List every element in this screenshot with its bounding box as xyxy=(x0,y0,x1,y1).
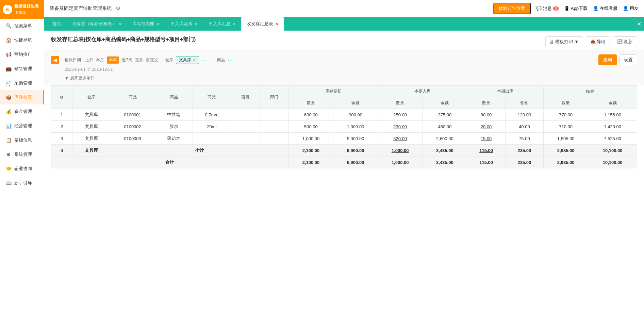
warehouse-tag-close[interactable]: ✕ xyxy=(193,57,196,62)
sidebar-item-label: 搜索菜单 xyxy=(14,23,32,29)
sidebar-item-label: 企业协同 xyxy=(14,166,32,172)
tab-inventory-dist[interactable]: 现存量（库存分布表） ✕ xyxy=(67,17,127,31)
total-out-amount: 235.00 xyxy=(505,156,543,168)
sidebar-item-search[interactable]: 🔍 搜索菜单 xyxy=(0,19,44,33)
cell-out-qty[interactable]: 20.00 xyxy=(467,121,505,133)
th-balance-amount: 金额 xyxy=(588,97,637,109)
cell-out-amount: 40.00 xyxy=(505,121,543,133)
logo-text: 畅捷通好生意 标准版 xyxy=(14,3,39,15)
th-balance-qty: 数量 xyxy=(544,97,588,109)
cell-balance-amount: 7,525.00 xyxy=(588,133,637,145)
topbar-right: 体验行业方案 💬 消息 6 📱 App下载 👤 在线客服 👤 用友 xyxy=(493,3,639,14)
tab-recv-summary-close[interactable]: ✕ xyxy=(275,22,278,26)
sidebar-item-system[interactable]: ⚙ 系统管理 xyxy=(0,147,44,162)
sidebar: 6 畅捷通好生意 标准版 🔍 搜索菜单 🏠 快捷导航 📢 营销推广 💼 销售管理… xyxy=(0,0,44,314)
query-actions: 查询 设置 xyxy=(598,54,637,65)
online-service-button[interactable]: 👤 在线客服 xyxy=(593,5,617,12)
subtotal-balance-qty: 2,985.00 xyxy=(544,145,588,156)
total-in-amount: 3,435.00 xyxy=(423,156,467,168)
sidebar-item-label: 经营管理 xyxy=(14,123,32,129)
cell-department xyxy=(260,133,288,145)
sidebar-item-collab[interactable]: 🤝 企业协同 xyxy=(0,162,44,176)
tab-inout-summary-close[interactable]: ✕ xyxy=(233,22,236,26)
subtotal-warehouse: 文具库 xyxy=(72,145,110,156)
cell-out-amount: 120.00 xyxy=(505,109,543,121)
th-product-code: 商品 xyxy=(110,86,155,109)
app-download-button[interactable]: 📱 App下载 xyxy=(564,5,588,12)
cell-warehouse: 文具库 xyxy=(72,109,110,121)
tab-batch-close[interactable]: ✕ xyxy=(156,22,160,26)
cell-product-spec: 20ml xyxy=(193,121,231,133)
total-balance-amount: 10,100.00 xyxy=(588,156,637,168)
subtotal-out-amount: 235.00 xyxy=(505,145,543,156)
cell-out-qty[interactable]: 80.00 xyxy=(467,109,505,121)
sidebar-item-quick-nav[interactable]: 🏠 快捷导航 xyxy=(0,33,44,47)
th-settings[interactable]: ⚙ xyxy=(51,86,72,109)
cell-in-qty[interactable]: 520.00 xyxy=(378,133,423,145)
sidebar-item-basic[interactable]: 📋 基础信息 xyxy=(0,133,44,147)
filter-toggle[interactable]: ◀ xyxy=(51,56,59,64)
close-all-tabs[interactable]: ✕ xyxy=(637,21,641,27)
sidebar-item-operation[interactable]: 📊 经营管理 xyxy=(0,119,44,133)
date-btn-custom[interactable]: 自定义 xyxy=(146,57,158,63)
user-button[interactable]: 👤 用友 xyxy=(623,5,639,12)
warehouse-dots[interactable]: ··· xyxy=(202,57,208,63)
sidebar-item-sales[interactable]: 💼 销售管理 xyxy=(0,62,44,76)
refresh-button[interactable]: 🔄 刷新 xyxy=(613,36,637,47)
settings-button[interactable]: 设置 xyxy=(620,54,637,65)
sidebar-item-marketing[interactable]: 📢 营销推广 xyxy=(0,47,44,62)
date-btn-this-month[interactable]: 本月 xyxy=(96,57,104,63)
cell-warehouse: 文具库 xyxy=(72,133,110,145)
date-btn-this-year[interactable]: 本年 xyxy=(107,56,119,64)
message-button[interactable]: 💬 消息 6 xyxy=(536,5,559,12)
th-out-group: 本期出库 xyxy=(467,86,544,97)
search-icon: 🔍 xyxy=(5,23,12,29)
expand-conditions-btn[interactable]: ▼ 展开更多条件 xyxy=(65,75,637,81)
cell-in-qty[interactable]: 230.00 xyxy=(378,121,423,133)
th-warehouse: 仓库 xyxy=(72,86,110,109)
download-icon: 📱 xyxy=(564,6,569,11)
cell-in-qty[interactable]: 250.00 xyxy=(378,109,423,121)
tab-inout-summary[interactable]: 出入库汇总 ✕ xyxy=(203,17,241,31)
subtotal-in-qty[interactable]: 1,000.00 xyxy=(378,145,423,156)
cell-balance-qty: 710.00 xyxy=(544,121,588,133)
subtotal-opening-qty: 2,100.00 xyxy=(288,145,333,156)
cell-in-amount: 2,600.00 xyxy=(423,133,467,145)
tab-home[interactable]: 首页 xyxy=(47,17,67,31)
topbar-settings-icon[interactable]: ⚙ xyxy=(116,5,120,12)
date-btn-more[interactable]: 更多 xyxy=(135,57,143,63)
tab-recv-summary[interactable]: 收发存汇总表 ✕ xyxy=(241,17,284,31)
inventory-icon: 📦 xyxy=(5,94,12,100)
sidebar-item-finance[interactable]: 💰 资金管理 xyxy=(0,104,44,119)
sidebar-item-purchase[interactable]: 🛒 采购管理 xyxy=(0,76,44,90)
th-product-name: 商品 xyxy=(155,86,193,109)
total-opening-qty: 2,100.00 xyxy=(288,156,333,168)
sidebar-item-label: 库存核算 xyxy=(14,94,32,100)
th-opening-amount: 金额 xyxy=(333,97,378,109)
query-button[interactable]: 查询 xyxy=(598,54,617,65)
trial-button[interactable]: 体验行业方案 xyxy=(493,3,531,14)
subtotal-out-qty[interactable]: 115.00 xyxy=(467,145,505,156)
cell-out-qty[interactable]: 15.00 xyxy=(467,133,505,145)
tab-inventory-dist-close[interactable]: ✕ xyxy=(118,22,121,26)
tab-batch[interactable]: 库存批次账 ✕ xyxy=(127,17,165,31)
sidebar-item-inventory[interactable]: 📦 库存核算 xyxy=(0,90,44,104)
export-button[interactable]: 📤 导出 xyxy=(586,36,610,47)
date-btn-7days[interactable]: 近7天 xyxy=(122,57,132,63)
date-btn-last-month[interactable]: 上月 xyxy=(85,57,93,63)
th-balance-group: 结存 xyxy=(544,86,637,97)
th-opening-qty: 数量 xyxy=(288,97,333,109)
export-icon: 📤 xyxy=(590,39,596,44)
product-dots[interactable]: ··· xyxy=(228,57,234,63)
filter-row-1: 记账日期 上月 本月 本年 近7天 更多 自定义 仓库 文具库 ✕ xyxy=(65,54,637,65)
cell-product-spec: 0.7mm xyxy=(193,109,231,121)
print-button[interactable]: 🖨 模板打印 ▼ xyxy=(545,36,583,47)
sidebar-item-label: 采购管理 xyxy=(14,80,32,86)
tab-inout-flow[interactable]: 出入库流水 ✕ xyxy=(165,17,203,31)
tab-inout-flow-close[interactable]: ✕ xyxy=(195,22,198,26)
th-in-qty: 数量 xyxy=(378,97,423,109)
message-icon: 💬 xyxy=(536,6,542,11)
th-opening-group: 库存期初 xyxy=(288,86,378,97)
cell-warehouse: 文具库 xyxy=(72,121,110,133)
sidebar-item-guide[interactable]: 📖 新手引导 xyxy=(0,176,44,190)
